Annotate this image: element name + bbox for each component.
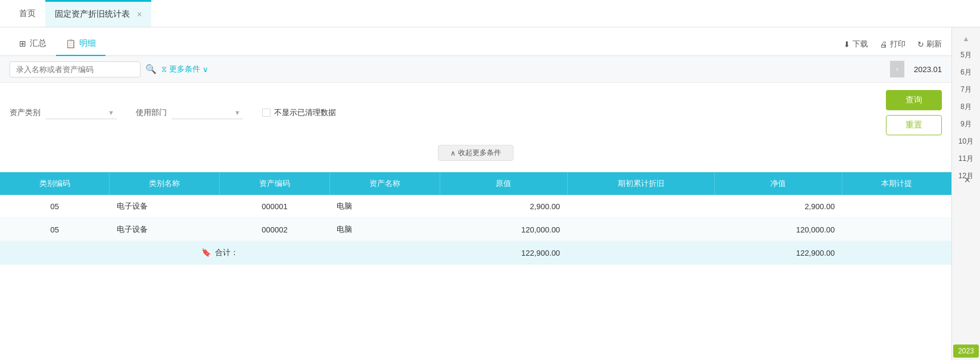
chevron-up-icon: ∧ — [450, 149, 456, 157]
col-category-code: 类别编码 — [0, 172, 110, 195]
print-icon: 🖨 — [880, 40, 888, 49]
col-original-value: 原值 — [440, 172, 567, 195]
sidebar-month-item[interactable]: 10月 — [956, 133, 976, 150]
print-label: 打印 — [890, 39, 906, 49]
filter-bar: 🔍 ⧖ 更多条件 ∨ › 2023.01 — [0, 56, 951, 83]
main-panel: ⊞ 汇总 📋 明细 ⬇ 下载 🖨 打印 ↻ 刷新 — [0, 27, 951, 360]
download-icon: ⬇ — [844, 40, 850, 49]
action-buttons: 查询 重置 — [886, 90, 942, 135]
sidebar-month-item[interactable]: 8月 — [956, 98, 976, 116]
refresh-label: 刷新 — [926, 39, 942, 49]
table-total-row: 🔖 合计： 122,900.00 122,900.00 — [0, 241, 951, 265]
cell-accum-depreciation — [567, 195, 714, 218]
cell-asset-name: 电脑 — [329, 195, 440, 218]
hide-cleared-label: 不显示已清理数据 — [274, 107, 336, 118]
hide-cleared-field: 不显示已清理数据 — [262, 107, 336, 118]
filter-icon: ⧖ — [161, 64, 167, 74]
chevron-down-icon: ∨ — [203, 65, 209, 74]
tab-close-btn[interactable]: × — [137, 10, 142, 19]
total-current-period — [842, 241, 951, 265]
tab-summary[interactable]: ⊞ 汇总 — [10, 32, 56, 56]
cell-current-period — [842, 195, 951, 218]
sidebar-month-item[interactable]: 6月 — [956, 64, 976, 81]
cell-asset-code: 000002 — [220, 218, 330, 241]
col-current-period: 本期计提 — [842, 172, 951, 195]
collapse-bar: ∧ 收起更多条件 — [10, 141, 942, 165]
cell-asset-name: 电脑 — [329, 218, 440, 241]
use-department-label: 使用部门 — [136, 107, 167, 118]
tab-label: 固定资产折旧统计表 — [55, 9, 130, 20]
col-accum-depreciation: 期初累计折旧 — [567, 172, 714, 195]
tab-summary-label: 汇总 — [30, 38, 46, 49]
use-department-select[interactable] — [172, 106, 243, 119]
col-asset-code: 资产编码 — [220, 172, 330, 195]
hide-cleared-checkbox[interactable] — [262, 108, 270, 117]
tab-detail-label: 明细 — [79, 38, 96, 49]
home-tab[interactable]: 首页 — [10, 0, 45, 27]
cell-current-period — [842, 218, 951, 241]
toolbar-right: ⬇ 下载 🖨 打印 ↻ 刷新 — [844, 39, 942, 49]
total-label: 合计： — [215, 248, 238, 257]
table-header-row: 类别编码 类别名称 资产编码 资产名称 原值 期初累计折旧 净值 本期计提 — [0, 172, 951, 195]
collapse-label: 收起更多条件 — [458, 148, 501, 158]
cell-net-value: 2,900.00 — [714, 195, 842, 218]
detail-icon: 📋 — [66, 39, 76, 48]
extended-filter-panel: 资产类别 ▼ 使用部门 ▼ — [0, 83, 951, 172]
col-net-value: 净值 — [714, 172, 842, 195]
sidebar-scroll-up-icon[interactable]: ▲ — [960, 32, 972, 45]
reset-button[interactable]: 重置 — [886, 115, 942, 135]
table-row: 05 电子设备 000001 电脑 2,900.00 2,900.00 — [0, 195, 951, 218]
asset-category-label: 资产类别 — [10, 107, 41, 118]
cell-asset-code: 000001 — [220, 195, 330, 218]
print-btn[interactable]: 🖨 打印 — [880, 39, 906, 49]
total-net-value: 122,900.00 — [714, 241, 842, 265]
download-label: 下载 — [853, 39, 868, 49]
total-label-cell: 🔖 合计： — [0, 241, 440, 265]
more-filter-label: 更多条件 — [169, 64, 200, 75]
window-close-btn[interactable]: × — [964, 174, 970, 187]
query-button[interactable]: 查询 — [886, 90, 942, 110]
cell-category-name: 电子设备 — [110, 195, 220, 218]
year-badge: 2023 — [953, 345, 978, 358]
date-nav-arrow[interactable]: › — [890, 61, 904, 77]
sub-tabs-bar: ⊞ 汇总 📋 明细 ⬇ 下载 🖨 打印 ↻ 刷新 — [0, 27, 951, 56]
total-accum-depreciation — [567, 241, 714, 265]
sidebar-month-item[interactable]: 5月 — [956, 46, 976, 64]
summary-icon: ⊞ — [19, 39, 26, 48]
col-category-name: 类别名称 — [110, 172, 220, 195]
top-nav: 首页 固定资产折旧统计表 × × — [0, 0, 980, 27]
total-original-value: 122,900.00 — [440, 241, 567, 265]
cell-accum-depreciation — [567, 218, 714, 241]
right-sidebar: ▲ 5月6月7月8月9月10月11月12月 2023 — [951, 27, 980, 360]
use-department-select-wrapper: ▼ — [172, 106, 243, 119]
cell-net-value: 120,000.00 — [714, 218, 842, 241]
search-input[interactable] — [10, 61, 141, 77]
cell-original-value: 2,900.00 — [440, 195, 567, 218]
asset-category-select[interactable] — [45, 106, 117, 119]
total-icon: 🔖 — [201, 248, 211, 257]
date-display: 2023.01 — [914, 65, 942, 74]
sidebar-month-item[interactable]: 7月 — [956, 81, 976, 98]
cell-category-code: 05 — [0, 218, 110, 241]
sidebar-month-item[interactable]: 9月 — [956, 116, 976, 133]
sidebar-months: 5月6月7月8月9月10月11月12月 — [956, 46, 976, 185]
cell-category-name: 电子设备 — [110, 218, 220, 241]
refresh-icon: ↻ — [917, 40, 924, 49]
asset-category-select-wrapper: ▼ — [45, 106, 117, 119]
asset-category-field: 资产类别 ▼ — [10, 106, 117, 119]
table-row: 05 电子设备 000002 电脑 120,000.00 120,000.00 — [0, 218, 951, 241]
collapse-button[interactable]: ∧ 收起更多条件 — [438, 145, 514, 161]
col-asset-name: 资产名称 — [329, 172, 440, 195]
use-department-field: 使用部门 ▼ — [136, 106, 243, 119]
refresh-btn[interactable]: ↻ 刷新 — [917, 39, 942, 49]
search-icon[interactable]: 🔍 — [145, 64, 157, 75]
sidebar-month-item[interactable]: 11月 — [956, 150, 976, 167]
filter-row-1: 资产类别 ▼ 使用部门 ▼ — [10, 90, 942, 135]
table-wrapper: 类别编码 类别名称 资产编码 资产名称 原值 期初累计折旧 净值 本期计提 05… — [0, 172, 951, 360]
active-tab[interactable]: 固定资产折旧统计表 × — [45, 0, 151, 27]
data-table: 类别编码 类别名称 资产编码 资产名称 原值 期初累计折旧 净值 本期计提 05… — [0, 172, 951, 265]
tab-detail[interactable]: 📋 明细 — [56, 32, 105, 56]
download-btn[interactable]: ⬇ 下载 — [844, 39, 868, 49]
cell-original-value: 120,000.00 — [440, 218, 567, 241]
more-filter-btn[interactable]: ⧖ 更多条件 ∨ — [161, 64, 209, 75]
